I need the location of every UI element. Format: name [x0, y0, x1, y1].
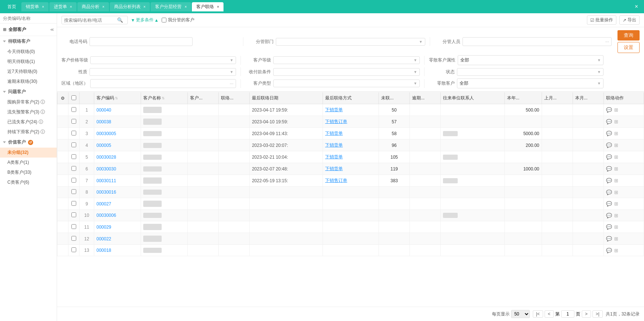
sidebar-item-churn-warning[interactable]: 流失预警客户(3) ⓘ [0, 107, 57, 117]
td-code[interactable]: 000022 [94, 233, 141, 245]
row-checkbox[interactable] [71, 142, 76, 147]
region-select[interactable]: ··· [90, 79, 236, 88]
td-code[interactable]: 000029 [94, 221, 141, 233]
status-select[interactable]: ▼ [457, 68, 603, 76]
gender-select[interactable]: ▼ [89, 68, 236, 76]
sidebar-item-declining[interactable]: 持续下滑客户(2) ⓘ [0, 127, 57, 137]
next-page-btn[interactable]: > [582, 310, 591, 318]
prev-page-btn[interactable]: < [545, 310, 554, 318]
td-last-method[interactable]: 下销货单 [323, 140, 379, 151]
td-code[interactable]: 000018 [94, 245, 141, 256]
td-cb[interactable] [68, 104, 80, 116]
close-sales-icon[interactable]: × [42, 5, 44, 9]
td-code[interactable]: 00030030 [94, 163, 141, 175]
row-checkbox[interactable] [71, 212, 76, 217]
td-code[interactable]: 00030111 [94, 175, 141, 187]
payment-select[interactable]: ▼ [273, 68, 420, 76]
td-last-method[interactable] [323, 221, 379, 233]
th-settings[interactable]: ⚙ [57, 92, 68, 104]
td-code[interactable]: 000040 [94, 104, 141, 116]
sidebar-item-type-b[interactable]: B类客户(33) [0, 167, 57, 177]
row-checkbox[interactable] [71, 166, 76, 171]
td-last-method[interactable]: 下销货单 [323, 151, 379, 163]
row-checkbox[interactable] [71, 201, 76, 206]
row-checkbox[interactable] [71, 189, 76, 194]
td-last-method[interactable] [323, 233, 379, 245]
sidebar-item-type-a[interactable]: A类客户(1) [0, 158, 57, 167]
td-last-method[interactable] [323, 187, 379, 198]
first-page-btn[interactable]: |< [533, 310, 543, 318]
grid-action-icon[interactable]: ⊞ [614, 178, 618, 183]
td-last-method[interactable]: 下销货单 [323, 104, 379, 116]
row-checkbox[interactable] [71, 154, 76, 159]
message-icon[interactable]: 💬 [606, 166, 612, 172]
sidebar-group-pending[interactable]: 待联络客户 [0, 36, 57, 47]
query-btn[interactable]: 查询 [617, 30, 640, 40]
last-page-btn[interactable]: >| [592, 310, 603, 318]
row-checkbox[interactable] [71, 107, 76, 112]
grid-action-icon[interactable]: ⊞ [614, 107, 618, 113]
sidebar-item-ungroup[interactable]: 未分组(32) [0, 148, 57, 158]
row-checkbox[interactable] [71, 236, 76, 241]
td-code[interactable]: 00030028 [94, 151, 141, 163]
grid-action-icon[interactable]: ⊞ [614, 166, 618, 172]
refresh-value-icon[interactable]: ↺ [28, 140, 33, 145]
page-number-input[interactable] [561, 310, 574, 318]
td-code[interactable]: 000027 [94, 198, 141, 210]
td-cb[interactable] [68, 210, 80, 221]
td-code[interactable]: 00030006 [94, 210, 141, 221]
row-checkbox[interactable] [71, 224, 76, 229]
close-purchase-icon[interactable]: × [70, 5, 72, 9]
td-last-method[interactable] [323, 198, 379, 210]
message-icon[interactable]: 💬 [606, 131, 612, 136]
grid-action-icon[interactable]: ⊞ [614, 248, 618, 253]
collapse-icon[interactable]: ≪ [50, 28, 54, 32]
sidebar-group-problem[interactable]: 问题客户 [0, 87, 57, 97]
customer-grade-select[interactable]: ▼ [273, 56, 420, 64]
message-icon[interactable]: 💬 [606, 213, 612, 218]
message-icon[interactable]: 💬 [606, 190, 612, 195]
grid-action-icon[interactable]: ⊞ [614, 154, 618, 160]
td-cb[interactable] [68, 140, 80, 151]
td-code[interactable]: 00030005 [94, 128, 141, 140]
row-checkbox[interactable] [71, 131, 76, 135]
close-product-analysis-icon[interactable]: × [102, 5, 105, 9]
td-last-method[interactable]: 下销货单 [323, 163, 379, 175]
sidebar-item-hoarding[interactable]: 囤购异常客户(2) ⓘ [0, 97, 57, 107]
message-icon[interactable]: 💬 [606, 224, 612, 230]
sidebar-item-overdue[interactable]: 逾期未联络(30) [0, 77, 57, 87]
td-last-method[interactable] [323, 210, 379, 221]
my-customers-checkbox[interactable] [162, 18, 166, 22]
tab-customer-tier[interactable]: 客户分层经营 × [151, 2, 191, 11]
td-cb[interactable] [68, 245, 80, 256]
td-last-method[interactable]: 下销售订单 [323, 175, 379, 187]
message-icon[interactable]: 💬 [606, 178, 612, 183]
close-customer-contact-icon[interactable]: × [217, 5, 219, 9]
message-icon[interactable]: 💬 [606, 119, 612, 124]
message-icon[interactable]: 💬 [606, 107, 612, 113]
export-btn[interactable]: ↗ 导出 [619, 15, 640, 25]
message-icon[interactable]: 💬 [606, 201, 612, 207]
message-icon[interactable]: 💬 [606, 154, 612, 160]
td-cb[interactable] [68, 221, 80, 233]
sidebar-item-today[interactable]: 今天待联络(0) [0, 47, 57, 57]
grid-action-icon[interactable]: ⊞ [614, 119, 618, 124]
td-cb[interactable] [68, 151, 80, 163]
reset-btn[interactable]: 设置 [617, 42, 640, 53]
window-close-icon[interactable]: × [632, 3, 641, 10]
batch-op-btn[interactable]: ☑ 批量操作 [587, 15, 616, 25]
zero-sale-attr-select[interactable]: 全部 ▼ [458, 55, 603, 65]
td-cb[interactable] [68, 175, 80, 187]
grid-action-icon[interactable]: ⊞ [614, 190, 618, 195]
td-cb[interactable] [68, 187, 80, 198]
grid-action-icon[interactable]: ⊞ [614, 142, 618, 148]
message-icon[interactable]: 💬 [606, 236, 612, 241]
td-last-method[interactable] [323, 245, 379, 256]
row-checkbox[interactable] [71, 247, 76, 252]
grid-action-icon[interactable]: ⊞ [614, 224, 618, 230]
page-size-select[interactable]: 50 100 200 [511, 310, 530, 318]
customer-type-select[interactable]: ▼ [273, 80, 420, 87]
td-cb[interactable] [68, 233, 80, 245]
my-customers-filter[interactable]: 我分管的客户 [162, 17, 194, 23]
sidebar-group-value[interactable]: 价值客户 ↺ [0, 137, 57, 148]
